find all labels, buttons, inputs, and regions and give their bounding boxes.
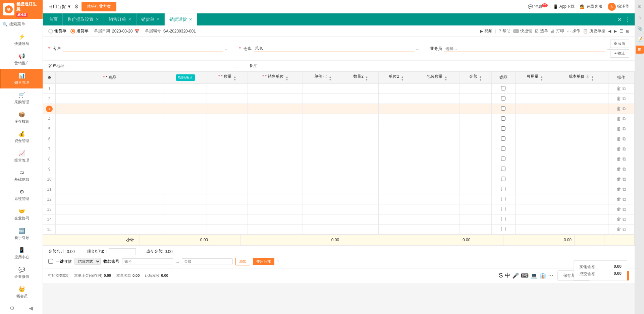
row-12-available[interactable] xyxy=(516,194,554,204)
add-row-button[interactable]: + xyxy=(46,106,53,112)
row-6-sales-unit[interactable] xyxy=(248,134,303,144)
row-3-available[interactable] xyxy=(516,104,554,114)
row-13-pack-qty[interactable] xyxy=(414,204,460,214)
sidebar-nav-item-finance[interactable]: 💰 资金管理 xyxy=(0,127,43,147)
row-5-gift[interactable] xyxy=(491,124,515,134)
row-14-product[interactable] xyxy=(56,214,164,225)
row-13-unit-price[interactable] xyxy=(303,204,343,214)
row-14-gift-checkbox[interactable] xyxy=(501,217,505,221)
row-4-gift-checkbox[interactable] xyxy=(501,116,505,121)
row-11-product[interactable] xyxy=(56,184,164,194)
row-4-available[interactable] xyxy=(516,114,554,124)
row-13-gift[interactable] xyxy=(491,204,515,214)
row-10-amount[interactable] xyxy=(460,174,491,184)
user-profile[interactable]: 人 徐泽华 xyxy=(608,3,629,11)
row-4-quantity2[interactable] xyxy=(343,114,378,124)
row-2-quantity2[interactable] xyxy=(343,94,378,104)
row-1-product[interactable] xyxy=(56,84,164,94)
row-9-amount[interactable] xyxy=(460,164,491,174)
row-4-cost-price[interactable] xyxy=(554,114,608,124)
row-15-gift-checkbox[interactable] xyxy=(501,227,505,231)
tenant-dropdown[interactable]: 日用百货 ▼ xyxy=(48,4,71,10)
row-4-sales-unit[interactable] xyxy=(248,114,303,124)
row-12-delete-button[interactable]: 🗑 xyxy=(616,196,621,202)
row-2-gift-checkbox[interactable] xyxy=(501,96,505,101)
row-9-delete-button[interactable]: 🗑 xyxy=(616,166,621,172)
experience-plan-button[interactable]: 体验行业方案 xyxy=(82,2,116,11)
app-download-button[interactable]: 📱 App下载 xyxy=(553,4,575,9)
row-2-amount[interactable] xyxy=(460,94,491,104)
help-button[interactable]: ? 帮助 xyxy=(499,28,511,34)
row-3-gift-checkbox[interactable] xyxy=(501,106,505,111)
quantity-sort-icon[interactable]: ▲▼ xyxy=(233,76,236,81)
row-12-gift[interactable] xyxy=(491,194,515,204)
row-6-amount[interactable] xyxy=(460,134,491,144)
tool-5[interactable]: 💻 xyxy=(531,272,537,279)
sidebar-nav-item-appstore[interactable]: 📱 应用中心 xyxy=(0,244,43,263)
row-2-sales-unit[interactable] xyxy=(248,94,303,104)
unit2-sort-icon[interactable]: ▲▼ xyxy=(401,76,404,81)
row-8-unit-price[interactable] xyxy=(303,154,343,164)
right-panel-btn-5[interactable]: ⊞ xyxy=(636,46,644,54)
row-11-pack-qty[interactable] xyxy=(414,184,460,194)
row-2-gift[interactable] xyxy=(491,94,515,104)
row-14-delete-button[interactable]: 🗑 xyxy=(616,216,621,222)
row-1-gift[interactable] xyxy=(491,84,515,94)
row-10-cost-price[interactable] xyxy=(554,174,608,184)
row-3-cost-price[interactable] xyxy=(554,104,608,114)
tool-7[interactable]: ⋯ xyxy=(548,272,553,279)
row-14-pack-qty[interactable] xyxy=(414,214,460,225)
row-12-sales-unit[interactable] xyxy=(248,194,303,204)
row-2-unit-price[interactable] xyxy=(303,94,343,104)
row-12-amount[interactable] xyxy=(460,194,491,204)
row-3-unit2[interactable] xyxy=(378,104,414,114)
shortcut-button[interactable]: ⌨ 快捷键 xyxy=(513,28,532,34)
row-2-available[interactable] xyxy=(516,94,554,104)
settings-side-button[interactable]: ⚙ 设置 xyxy=(610,40,629,48)
split-help-icon[interactable]: ? xyxy=(277,259,279,264)
row-2-copy-button[interactable]: ⧉ xyxy=(623,96,626,102)
row-15-quantity2[interactable] xyxy=(343,225,378,235)
tab-sales-delivery[interactable]: 销货单 ✕ xyxy=(137,13,165,25)
video-button[interactable]: ▶ 视频 xyxy=(480,28,492,34)
row-10-copy-button[interactable]: ⧉ xyxy=(623,176,626,182)
row-12-unit2[interactable] xyxy=(378,194,414,204)
view-grid-button[interactable]: ⊞ xyxy=(626,29,629,34)
row-11-quantity2[interactable] xyxy=(343,184,378,194)
row-6-pack-qty[interactable] xyxy=(414,134,460,144)
row-15-delete-button[interactable]: 🗑 xyxy=(616,227,621,232)
row-10-quantity[interactable] xyxy=(207,174,248,184)
row-3-delete-button[interactable]: 🗑 xyxy=(616,106,621,112)
notification-button[interactable]: 💬 消息 70 xyxy=(528,4,548,9)
row-1-quantity[interactable] xyxy=(207,84,248,94)
sidebar-nav-item-member[interactable]: 👑 畅会员 xyxy=(0,282,43,302)
row-8-cost-price[interactable] xyxy=(554,154,608,164)
row-1-available[interactable] xyxy=(516,84,554,94)
row-6-product[interactable] xyxy=(56,134,164,144)
row-7-delete-button[interactable]: 🗑 xyxy=(616,146,621,152)
row-14-unit-price[interactable] xyxy=(303,214,343,225)
row-14-quantity2[interactable] xyxy=(343,214,378,225)
sidebar-nav-item-quick-nav[interactable]: ⚡ 快捷导航 xyxy=(0,30,43,50)
salesman-input[interactable] xyxy=(444,46,605,52)
row-10-quantity2[interactable] xyxy=(343,174,378,184)
tool-1[interactable]: S xyxy=(499,272,503,279)
operate-button[interactable]: ⋯ 操作 xyxy=(567,28,580,34)
tab-price-setting[interactable]: 售价提取设置 ✕ xyxy=(63,13,104,25)
cash-discount-input[interactable] xyxy=(109,248,136,255)
row-15-copy-button[interactable]: ⧉ xyxy=(623,227,626,232)
row-8-gift-checkbox[interactable] xyxy=(501,156,505,161)
row-1-delete-button[interactable]: 🗑 xyxy=(616,86,621,91)
row-9-quantity2[interactable] xyxy=(343,164,378,174)
quantity2-sort-icon[interactable]: ▲▼ xyxy=(365,76,368,81)
available-sort-icon[interactable]: ▲▼ xyxy=(540,76,543,81)
tool-6[interactable]: 👔 xyxy=(539,272,546,279)
row-13-available[interactable] xyxy=(516,204,554,214)
row-7-copy-button[interactable]: ⧉ xyxy=(623,146,626,152)
tab-home[interactable]: 首页 xyxy=(44,13,63,25)
row-15-unit2[interactable] xyxy=(378,225,414,235)
row-6-gift-checkbox[interactable] xyxy=(501,136,505,141)
row-8-quantity2[interactable] xyxy=(343,154,378,164)
expense-split-button[interactable]: 费用分摊 xyxy=(253,258,274,265)
row-13-product[interactable] xyxy=(56,204,164,214)
